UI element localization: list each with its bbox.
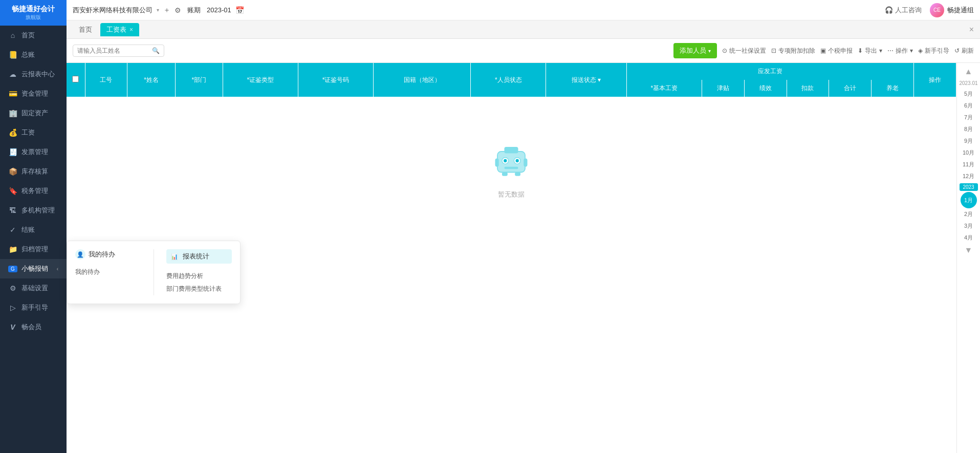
search-icon[interactable]: 🔍 [152,47,160,54]
timeline-month-11[interactable]: 11月 [960,159,978,170]
ledger-icon: 📒 [8,51,17,59]
timeline-month-3[interactable]: 3月 [960,220,978,232]
timeline-month-4[interactable]: 4月 [960,232,978,244]
sidebar-item-xiaochang[interactable]: G 小畅报销 ‹ [0,259,67,278]
timeline-month-1-active[interactable]: 1月 [961,192,977,208]
logo-text: 畅捷通好会计 [12,5,55,14]
home-icon: ⌂ [8,31,17,39]
social-security-icon: ⊙ [722,47,727,54]
archive-icon: 📁 [8,245,17,253]
social-security-btn[interactable]: ⊙ 统一社保设置 [722,47,766,55]
empty-robot-svg [488,138,534,184]
sidebar-item-member[interactable]: V 畅会员 [0,317,67,337]
operation-arrow: ▾ [910,47,913,54]
select-all-checkbox[interactable] [72,76,79,82]
svg-rect-10 [502,172,508,176]
settings-icon: ⚙ [8,284,17,292]
timeline-month-2[interactable]: 2月 [960,208,978,220]
user-info[interactable]: CE 畅捷通组 [930,3,974,17]
sidebar-item-archive[interactable]: 📁 归档管理 [0,240,67,259]
topbar-right: 🎧 人工咨询 CE 畅捷通组 [885,3,974,17]
sidebar-item-basic[interactable]: ⚙ 基础设置 [0,278,67,298]
sidebar-item-ledger[interactable]: 📒 总账 [0,45,67,64]
th-report-status: 报送状态 ▾ [546,63,627,97]
timeline-prev-arrow[interactable]: ▲ [963,65,975,78]
sidebar-item-label: 资金管理 [21,89,48,98]
new-guide-label: 新手引导 [925,47,949,55]
sidebar-item-salary[interactable]: 💰 工资 [0,123,67,142]
sidebar-item-home[interactable]: ⌂ 首页 [0,26,67,45]
sidebar-item-label: 总账 [21,50,35,59]
guide-icon2: ◈ [918,47,923,54]
sidebar-item-checkout[interactable]: ✓ 结账 [0,220,67,240]
export-arrow: ▾ [879,47,882,54]
tab-home[interactable]: 首页 [73,23,98,36]
sidebar-item-tax[interactable]: 🔖 税务管理 [0,181,67,201]
settings-icon[interactable]: ⚙ [175,6,181,14]
sidebar-item-guide[interactable]: ▷ 新手引导 [0,298,67,317]
timeline-month-5[interactable]: 5月 [960,88,978,100]
company-name[interactable]: 西安虾米网络科技有限公司 [73,6,153,15]
export-label: 导出 [865,47,877,55]
tab-close-icon[interactable]: × [129,26,133,33]
sidebar-item-cloud-report[interactable]: ☁ 云报表中心 [0,64,67,84]
sidebar-item-label: 多机构管理 [21,206,55,215]
sidebar-item-fixed-assets[interactable]: 🏢 固定资产 [0,103,67,123]
close-all-button[interactable]: × [969,25,974,34]
special-deduction-btn[interactable]: ⊡ 专项附加扣除 [771,47,815,55]
timeline-month-10[interactable]: 10月 [960,147,978,159]
user-avatar: CE [930,3,944,17]
sidebar-item-fund[interactable]: 💳 资金管理 [0,84,67,103]
report-filter-icon[interactable]: ▾ [598,76,601,83]
refresh-label: 刷新 [962,47,974,55]
popup-columns: 👤 我的待办 我的待办 📊 报表统计 费用趋势分析 部门费用类型统计表 [75,249,232,295]
sidebar-item-multi-org[interactable]: 🏗 多机构管理 [0,201,67,220]
personal-tax-label: 个税申报 [828,47,853,55]
xiaochang-dropdown-popup: 👤 我的待办 我的待办 📊 报表统计 费用趋势分析 部门费用类型统计表 [67,241,241,304]
timeline-year-marker: 2023 [960,183,978,191]
sidebar-item-label: 归档管理 [21,245,48,254]
data-table: 工号 *姓名 *部门 *证鉴类型 *证鉴号码 国籍（地区） *人员状态 报送状态… [67,63,956,240]
timeline-month-8[interactable]: 8月 [960,123,978,135]
sidebar-chevron: ‹ [57,266,58,272]
timeline-month-12[interactable]: 12月 [960,170,978,182]
customer-service-btn[interactable]: 🎧 人工咨询 [885,6,922,15]
sidebar-item-label: 小畅报销 [21,264,48,273]
popup-item-expense-trend[interactable]: 费用趋势分析 [166,270,232,283]
sidebar-item-label: 云报表中心 [21,70,55,79]
empty-state: 暂无数据 [67,97,956,240]
popup-col1-title: 👤 我的待办 [75,249,141,260]
timeline-month-7[interactable]: 7月 [960,112,978,123]
sidebar-item-label: 固定资产 [21,109,48,118]
deduction-icon: ⊡ [771,47,776,54]
sidebar-item-invoice[interactable]: 🧾 发票管理 [0,142,67,162]
th-checkbox [67,63,85,97]
operation-btn[interactable]: ⋯ 操作 ▾ [887,47,913,55]
sidebar-item-label: 结账 [21,225,35,234]
popup-item-dept-expense[interactable]: 部门费用类型统计表 [166,283,232,295]
search-wrap: 🔍 [73,45,164,57]
customer-service-label: 人工咨询 [895,6,922,15]
avatar-text: CE [933,7,941,13]
sidebar-item-label: 新手引导 [21,303,48,312]
new-guide-btn[interactable]: ◈ 新手引导 [918,47,949,55]
timeline-month-6[interactable]: 6月 [960,100,978,112]
tab-salary-table[interactable]: 工资表 × [100,23,139,36]
timeline-month-9[interactable]: 9月 [960,135,978,147]
popup-item-my-pending[interactable]: 我的待办 [75,266,141,278]
guide-icon: ▷ [8,304,17,312]
user-name: 畅捷通组 [947,6,974,15]
search-input[interactable] [77,47,149,54]
export-btn[interactable]: ⬇ 导出 ▾ [858,47,882,55]
add-company-icon[interactable]: ＋ [163,6,170,15]
timeline-next-arrow[interactable]: ▼ [963,244,975,257]
th-bonus: 绩效 [744,80,787,97]
calendar-icon[interactable]: 📅 [235,6,244,14]
refresh-btn[interactable]: ↺ 刷新 [954,47,974,55]
sidebar-item-label: 税务管理 [21,186,48,196]
add-person-button[interactable]: 添加人员 ▾ [673,43,717,58]
sidebar-item-inventory[interactable]: 📦 库存核算 [0,162,67,181]
company-dropdown-arrow[interactable]: ▾ [157,7,159,13]
personal-tax-btn[interactable]: ▣ 个税申报 [820,47,853,55]
popup-col1-title-text: 我的待办 [89,250,115,259]
